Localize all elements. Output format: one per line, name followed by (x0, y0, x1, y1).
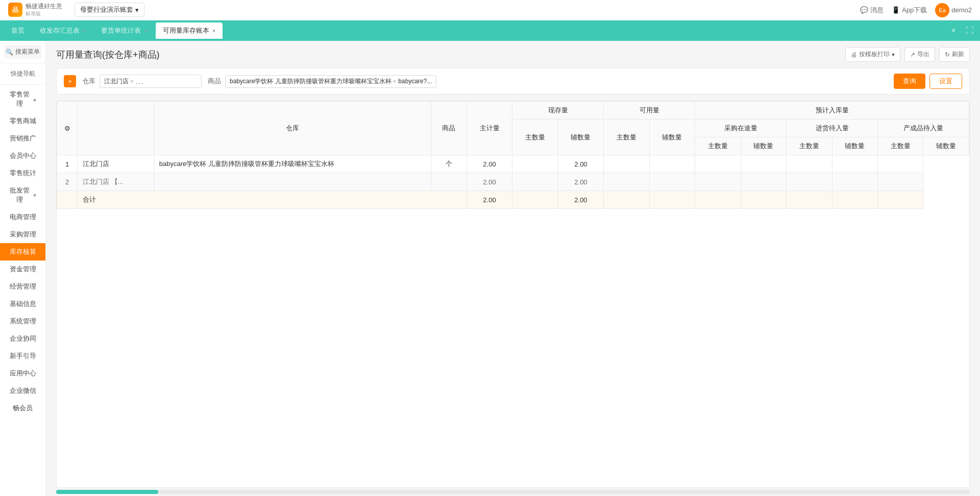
sidebar-item-newbie[interactable]: 新手引导 (0, 347, 45, 365)
tab-available-inventory[interactable]: 可用量库存账本 × (156, 22, 223, 39)
brand-icon: 品 (8, 3, 22, 17)
product-tag-babycare: babycare学饮杯 儿童防摔防撞吸管杯重力球吸嘴杯宝宝水杯 × (230, 77, 396, 86)
table-row: 1 江北门店 babycare学饮杯 儿童防摔防撞吸管杯重力球吸嘴杯宝宝水杯 个… (57, 155, 969, 173)
org-name: 母婴行业演示账套 (80, 5, 133, 14)
product-filter-label: 商品 (208, 77, 221, 86)
sidebar-item-inventory[interactable]: 库存核算 (0, 243, 45, 261)
sidebar-item-system[interactable]: 系统管理 (0, 313, 45, 330)
tab-receive-send-label: 收发存汇总表 (40, 26, 80, 35)
tab-order-stats-close[interactable]: × (144, 28, 147, 34)
sidebar-item-basic[interactable]: 基础信息 (0, 295, 45, 313)
sidebar-item-marketing[interactable]: 营销推广 (0, 130, 45, 147)
cell-pp-aux-1 (787, 155, 832, 173)
product-filter-tags[interactable]: babycare学饮杯 儿童防摔防撞吸管杯重力球吸嘴杯宝宝水杯 × babyca… (225, 75, 436, 88)
tab-receive-send-close[interactable]: × (83, 28, 86, 34)
sidebar-item-zero-mall[interactable]: 零售商城 (0, 112, 45, 130)
inventory-table: ⚙ 仓库 商品 主计量 现存量 可用量 预计入库量 主数量 辅数量 主数量 (57, 101, 969, 209)
search-menu-btn[interactable]: 🔍 搜索菜单 (4, 45, 41, 59)
message-icon: 💬 (860, 6, 868, 14)
close-window-icon[interactable]: × (947, 25, 960, 37)
cell-summary-current-main: 2.00 (467, 191, 512, 209)
nav-tabs: 首页 收发存汇总表 × 要货单统计表 × 可用量库存账本 × × ⛶ (0, 20, 980, 41)
filter-expand-btn[interactable]: » (64, 75, 76, 87)
warehouse-filter-tags[interactable]: 江北门店 × ... (100, 75, 202, 88)
print-icon: 🖨 (851, 51, 857, 58)
tab-available-inventory-label: 可用量库存账本 (163, 26, 209, 35)
tab-available-inventory-close[interactable]: × (212, 28, 215, 34)
settings-btn[interactable]: 设置 (929, 74, 962, 89)
chevron-icon: ▲ (32, 97, 37, 102)
user-menu[interactable]: Ea demo2 (935, 3, 972, 17)
brand-name: 畅捷通好生意 (26, 3, 62, 10)
th-planned-in: 预计入库量 (695, 102, 969, 120)
sidebar-item-zero-stats[interactable]: 零售统计 (0, 164, 45, 182)
th-warehouse: 仓库 (154, 102, 431, 155)
cell-product-1: babycare学饮杯 儿童防摔防撞吸管杯重力球吸嘴杯宝宝水杯 (154, 155, 431, 173)
query-btn[interactable]: 查询 (894, 74, 925, 89)
refresh-btn[interactable]: ↻ 刷新 (939, 47, 970, 62)
group-header-row: 2 江北门店 【... 2.00 2.00 (57, 173, 969, 191)
product-tag-babycare2: babycare?... (398, 78, 432, 85)
page-actions: 🖨 按模板打印 ▾ ↗ 导出 ↻ 刷新 (845, 47, 970, 62)
cell-fp-aux-1 (878, 155, 923, 173)
sidebar-item-app-center[interactable]: 应用中心 (0, 365, 45, 382)
search-icon: 🔍 (6, 49, 13, 56)
cell-group-current-aux (512, 173, 558, 191)
cell-group-no: 2 (57, 173, 78, 191)
avatar: Ea (935, 3, 949, 17)
filter-bar: » 仓库 江北门店 × ... 商品 babycare学饮杯 儿童防摔防撞吸管杯… (56, 68, 970, 95)
sidebar-item-operation[interactable]: 经营管理 (0, 278, 45, 295)
print-btn[interactable]: 🖨 按模板打印 ▾ (845, 47, 900, 62)
filter-product-group: 商品 babycare学饮杯 儿童防摔防撞吸管杯重力球吸嘴杯宝宝水杯 × bab… (208, 75, 436, 88)
sidebar-item-finance[interactable]: 资金管理 (0, 261, 45, 278)
warehouse-filter-dots[interactable]: ... (135, 77, 143, 86)
th-purchase-pending: 进货待入量 (787, 120, 878, 137)
cell-group-fp-aux (878, 173, 923, 191)
cell-summary-fp-main (832, 191, 877, 209)
th-no (78, 102, 154, 155)
tab-receive-send[interactable]: 收发存汇总表 × (33, 22, 93, 39)
org-selector[interactable]: 母婴行业演示账套 ▾ (75, 3, 144, 17)
tab-home[interactable]: 首页 (4, 22, 32, 39)
sidebar-item-purchase[interactable]: 采购管理 (0, 226, 45, 243)
sidebar: 🔍 搜索菜单 快捷导航 零售管理 ▲ 零售商城 营销推广 会员中心 (0, 41, 46, 496)
app-download-btn[interactable]: 📱 App下载 (892, 6, 927, 15)
sidebar-item-member[interactable]: 会员中心 (0, 147, 45, 164)
th-purchase-transit-aux: 辅数量 (741, 137, 786, 155)
cell-no-1: 1 (57, 155, 78, 173)
cell-group-current-main: 2.00 (467, 173, 512, 191)
cell-summary-label: 合计 (78, 191, 467, 209)
sidebar-item-enterprise-wx[interactable]: 企业微信 (0, 382, 45, 399)
th-avail-aux: 辅数量 (649, 120, 695, 155)
warehouse-tag-jiangbei: 江北门店 × (104, 77, 133, 86)
page-header: 可用量查询(按仓库+商品) 🖨 按模板打印 ▾ ↗ 导出 ↻ 刷新 (46, 41, 980, 68)
print-arrow-icon: ▾ (892, 51, 895, 58)
export-btn[interactable]: ↗ 导出 (904, 47, 935, 62)
warehouse-tag-close[interactable]: × (130, 78, 133, 84)
tab-order-stats[interactable]: 要货单统计表 × (94, 22, 154, 39)
fullscreen-icon[interactable]: ⛶ (964, 25, 976, 37)
cell-avail-main-1: 2.00 (558, 155, 603, 173)
sidebar-item-quick-nav[interactable]: 快捷导航 (0, 66, 45, 81)
sidebar-item-zero-sales[interactable]: 零售管理 ▲ (0, 86, 45, 112)
sidebar-nav: 快捷导航 (0, 63, 45, 85)
main-layout: 🔍 搜索菜单 快捷导航 零售管理 ▲ 零售商城 营销推广 会员中心 (0, 41, 980, 496)
message-btn[interactable]: 💬 消息 (860, 6, 884, 15)
cell-current-main-1: 2.00 (467, 155, 512, 173)
th-current-main: 主数量 (512, 120, 558, 155)
tab-order-stats-label: 要货单统计表 (101, 26, 141, 35)
sidebar-item-ecommerce[interactable]: 电商管理 (0, 208, 45, 226)
scrollbar-track[interactable] (56, 490, 970, 494)
th-gear[interactable]: ⚙ (57, 102, 78, 155)
table-header-row-1: ⚙ 仓库 商品 主计量 现存量 可用量 预计入库量 (57, 102, 969, 120)
gear-icon[interactable]: ⚙ (64, 125, 70, 132)
sidebar-item-enterprise[interactable]: 企业协同 (0, 330, 45, 347)
cell-pt-main-1 (649, 155, 695, 173)
sidebar-item-wholesale[interactable]: 批发管理 ▼ (0, 182, 45, 208)
sidebar-item-member2[interactable]: 畅会员 (0, 399, 45, 417)
sidebar-item-zero-sales-label: 零售管理 (8, 90, 31, 108)
username: demo2 (951, 6, 972, 14)
product-tag-close[interactable]: × (393, 78, 396, 84)
th-purchase-transit: 采购在途量 (695, 120, 787, 137)
chevron-down-icon: ▼ (32, 193, 37, 198)
